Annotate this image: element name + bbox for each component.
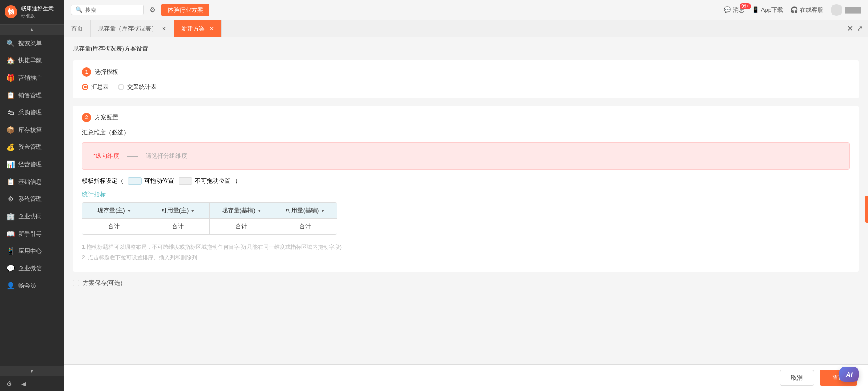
chevron-down-icon-4: ▾ xyxy=(322,208,324,214)
search-input[interactable] xyxy=(85,7,140,13)
tab-new-scheme[interactable]: 新建方案 ✕ xyxy=(174,20,222,37)
customer-service[interactable]: 🎧 在线客服 xyxy=(791,6,823,14)
sidebar-item-apps[interactable]: 📱 应用中心 xyxy=(0,242,64,260)
chevron-down-icon-1: ▾ xyxy=(128,208,131,214)
finance-icon: 💰 xyxy=(6,143,15,151)
sidebar-item-member[interactable]: 👤 畅会员 xyxy=(0,277,64,294)
expand-icon[interactable]: ⤢ xyxy=(857,24,863,33)
headset-icon: 🎧 xyxy=(791,6,798,13)
gear-icon[interactable]: ⚙ xyxy=(149,5,156,14)
stat-col-3-body: 合计 xyxy=(210,219,273,234)
sidebar-item-search[interactable]: 🔍 搜索菜单 xyxy=(0,35,64,52)
stat-col-1: 现存量(主) ▾ 合计 xyxy=(82,203,146,234)
vertical-dimension-label: *纵向维度 xyxy=(93,152,119,160)
draggable-label: 可拖动位置 xyxy=(144,177,174,185)
sidebar-item-enterprise[interactable]: 🏢 企业协同 xyxy=(0,208,64,225)
nondraggable-label: 不可拖动位置 xyxy=(195,177,230,185)
message-icon: 💬 xyxy=(724,6,731,13)
sidebar-item-finance[interactable]: 💰 资金管理 xyxy=(0,139,64,156)
stat-label: 统计指标 xyxy=(82,190,850,199)
purchase-icon: 🛍 xyxy=(6,108,15,117)
step2-header: 2 方案配置 xyxy=(82,113,850,122)
hint-item-2: 2. 点击标题栏下拉可设置排序、插入列和删除列 xyxy=(82,254,850,262)
topbar-search-box[interactable]: 🔍 xyxy=(71,5,144,15)
trial-button[interactable]: 体验行业方案 xyxy=(161,4,209,16)
cancel-button[interactable]: 取消 xyxy=(780,370,814,386)
step2-card: 2 方案配置 汇总维度（必选） *纵向维度 —— 请选择分组维度 模板指标设定（… xyxy=(73,106,859,272)
tabbar: 首页 现存量（库存状况表） ✕ 新建方案 ✕ ✕ ⤢ xyxy=(64,20,868,37)
gift-icon: 🎁 xyxy=(6,74,15,82)
tab-home-label: 首页 xyxy=(71,25,83,33)
dimension-area[interactable]: *纵向维度 —— 请选择分组维度 xyxy=(82,142,850,170)
settings-icon[interactable]: ⚙ xyxy=(6,380,12,387)
dimension-dash: —— xyxy=(127,153,138,159)
tab-new-scheme-close-icon[interactable]: ✕ xyxy=(209,26,214,32)
bottombar: 取消 查询 xyxy=(64,364,868,391)
close-panel-icon[interactable]: ✕ xyxy=(847,24,853,33)
sidebar-item-newbie[interactable]: 📖 新手引导 xyxy=(0,225,64,242)
template-radio-group: 汇总表 交叉统计表 xyxy=(82,83,850,91)
radio-summary-dot xyxy=(84,86,87,88)
system-icon: ⚙ xyxy=(6,195,15,203)
sidebar: 畅 畅康通好生意 标准版 ▲ 🔍 搜索菜单 🏠 快捷导航 🎁 营销推广 📋 销售… xyxy=(0,0,64,391)
stat-col-4-header[interactable]: 可用量(基辅) ▾ xyxy=(273,203,337,219)
member-icon: 👤 xyxy=(6,282,15,290)
stat-col-3: 现存量(基辅) ▾ 合计 xyxy=(210,203,274,234)
stat-col-2-body: 合计 xyxy=(146,219,209,234)
search-icon: 🔍 xyxy=(6,39,15,47)
sidebar-item-purchase[interactable]: 🛍 采购管理 xyxy=(0,104,64,121)
radio-crosstab[interactable]: 交叉统计表 xyxy=(118,83,157,91)
chevron-down-icon-3: ▾ xyxy=(258,208,261,214)
dimension-placeholder: 请选择分组维度 xyxy=(146,152,187,160)
tab-new-scheme-label: 新建方案 xyxy=(181,25,205,33)
username: ████ xyxy=(845,7,861,13)
sidebar-scroll-up[interactable]: ▲ xyxy=(0,25,64,35)
sidebar-item-label: 应用中心 xyxy=(18,247,42,255)
stat-col-1-header[interactable]: 现存量(主) ▾ xyxy=(82,203,146,219)
sidebar-item-wechat[interactable]: 💬 企业微信 xyxy=(0,260,64,277)
sidebar-item-label: 营销推广 xyxy=(18,74,42,82)
radio-crosstab-circle xyxy=(118,84,124,90)
stat-col-1-body: 合计 xyxy=(82,219,146,234)
tab-inventory-status[interactable]: 现存量（库存状况表） ✕ xyxy=(91,20,174,37)
collapse-sidebar-icon[interactable]: ◀ xyxy=(21,380,26,387)
tab-inventory-close-icon[interactable]: ✕ xyxy=(162,26,166,32)
newbie-icon: 📖 xyxy=(6,230,15,238)
hint-item-1: 1.拖动标题栏可以调整布局，不可跨维度或指标区域拖动任何目字段(只能在同一维度或… xyxy=(82,243,850,251)
step1-header: 1 选择模板 xyxy=(82,67,850,77)
user-account[interactable]: ████ xyxy=(831,4,861,16)
stat-col-2: 可用量(主) ▾ 合计 xyxy=(146,203,210,234)
stat-col-2-header[interactable]: 可用量(主) ▾ xyxy=(146,203,209,219)
ai-button[interactable]: Ai xyxy=(839,367,859,382)
stat-col-3-header[interactable]: 现存量(基辅) ▾ xyxy=(210,203,273,219)
indicator-legend-end: ） xyxy=(235,177,241,185)
sidebar-item-operations[interactable]: 📊 经营管理 xyxy=(0,156,64,173)
save-scheme-checkbox[interactable] xyxy=(73,280,79,286)
sidebar-footer: ⚙ ◀ xyxy=(0,376,64,391)
step1-title: 选择模板 xyxy=(95,68,118,76)
sidebar-nav: 🔍 搜索菜单 🏠 快捷导航 🎁 营销推广 📋 销售管理 🛍 采购管理 📦 库存核… xyxy=(0,35,64,366)
stat-table-header: 现存量(主) ▾ 合计 可用量(主) ▾ 合计 xyxy=(82,203,337,234)
sales-icon: 📋 xyxy=(6,91,15,99)
sidebar-item-basic[interactable]: 📋 基础信息 xyxy=(0,173,64,190)
app-download[interactable]: 📱 App下载 xyxy=(752,6,783,14)
tab-home[interactable]: 首页 xyxy=(64,20,91,37)
sidebar-item-marketing[interactable]: 🎁 营销推广 xyxy=(0,69,64,87)
step2-title: 方案配置 xyxy=(95,113,118,122)
save-scheme-label: 方案保存(可选) xyxy=(83,279,123,287)
sidebar-scroll-down[interactable]: ▼ xyxy=(0,366,64,376)
topbar-right: 💬 消息 99+ 📱 App下载 🎧 在线客服 ████ xyxy=(724,4,861,16)
sidebar-item-sales[interactable]: 📋 销售管理 xyxy=(0,87,64,104)
sidebar-item-quicknav[interactable]: 🏠 快捷导航 xyxy=(0,52,64,69)
sidebar-item-label: 采购管理 xyxy=(18,108,42,117)
radio-summary[interactable]: 汇总表 xyxy=(82,83,109,91)
sidebar-item-label: 经营管理 xyxy=(18,160,42,169)
app-name: 畅康通好生意 标准版 xyxy=(21,5,54,19)
message-notification[interactable]: 💬 消息 99+ xyxy=(724,6,745,14)
sidebar-item-system[interactable]: ⚙ 系统管理 xyxy=(0,190,64,208)
step1-num: 1 xyxy=(82,67,91,77)
stat-table: 现存量(主) ▾ 合计 可用量(主) ▾ 合计 xyxy=(82,202,337,235)
enterprise-icon: 🏢 xyxy=(6,212,15,221)
sidebar-item-inventory[interactable]: 📦 库存核算 xyxy=(0,121,64,139)
indicator-setting-label: 模板指标设定（ xyxy=(82,177,123,185)
